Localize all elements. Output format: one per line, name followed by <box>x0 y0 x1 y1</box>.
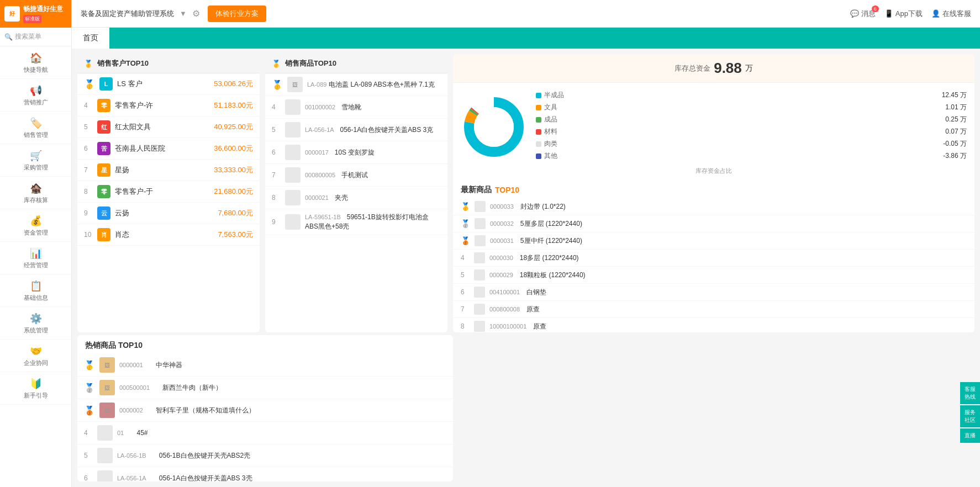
gear-icon[interactable]: ⚙ <box>192 8 200 19</box>
operations-icon: 📊 <box>30 247 42 260</box>
product-item: 6 LA-056-1A 056-1A白色按键开关盖ABS 3壳 <box>77 467 453 481</box>
logo-text: 畅捷通好生意 标准版 <box>23 4 63 23</box>
float-buttons: 客服 热线 服务 社区 直播 <box>960 382 980 443</box>
bottom-row: 热销商品 TOP10 🥇 🖼 0000001 中华神器 🥈 🖼 000 <box>72 332 980 487</box>
logo-icon: 好 <box>4 6 20 22</box>
avatar: 红 <box>97 120 110 134</box>
new-product-item: 7 000800008 原查 <box>453 301 974 318</box>
messages-button[interactable]: 💬 消息 6 <box>850 9 876 19</box>
top-products-sold-panel: 🥇 销售商品TOP10 🥇 🖼 LA-089 电池盖 LA-089 ABS本色+… <box>265 54 447 332</box>
right-panel: 库存总资金 9.88 万 <box>453 54 974 332</box>
product-item: 8 0000021 夹壳 <box>265 187 447 209</box>
sidebar-item-purchase[interactable]: 🛒 采购管理 <box>0 144 71 177</box>
product-thumb <box>97 425 113 441</box>
guide-icon: 🔰 <box>30 378 42 390</box>
message-icon: 💬 <box>850 9 859 18</box>
legend-color <box>536 105 541 110</box>
sidebar-item-system[interactable]: ⚙️ 系统管理 <box>0 307 71 340</box>
list-item: 5 红 红太阳文具 40,925.00元 <box>77 117 260 138</box>
sidebar-item-guide[interactable]: 🔰 新手引导 <box>0 372 71 405</box>
legend-item: 肉类 -0.05 万 <box>536 139 967 149</box>
main-area: 装备及固定资产辅助管理系统 ▼ ⚙ 体验行业方案 💬 消息 6 📱 App下载 … <box>72 0 980 487</box>
marketing-icon: 📢 <box>30 84 42 97</box>
product-thumb <box>474 252 485 263</box>
product-thumb: 🖼 <box>287 77 303 92</box>
top-products-sold-list: 🥇 🖼 LA-089 电池盖 LA-089 ABS本色+黑种 7.1克 4 00… <box>265 73 447 332</box>
image-placeholder-icon: 🖼 <box>292 82 298 88</box>
home-icon: 🏠 <box>30 52 42 64</box>
top-customers-list: 🥇 L LS 客户 53,006.26元 4 零 零售客户-许 51,183.0… <box>77 73 260 332</box>
top-row: 🥇 销售客户TOP10 🥇 L LS 客户 53,006.26元 4 零 零售客… <box>72 49 980 332</box>
sidebar-item-operations[interactable]: 📊 经营管理 <box>0 242 71 274</box>
sidebar-item-inventory[interactable]: 🏚️ 库存核算 <box>0 177 71 209</box>
top-products-sold-header: 🥇 销售商品TOP10 <box>265 54 447 73</box>
search-icon: 🔍 <box>4 33 13 41</box>
live-broadcast-button[interactable]: 直播 <box>960 428 980 443</box>
avatar: L <box>99 77 113 91</box>
product-thumb <box>97 448 113 463</box>
legend-item: 成品 0.25 万 <box>536 115 967 124</box>
sidebar-logo: 好 畅捷通好生意 标准版 <box>0 0 71 28</box>
avatar: 肖 <box>97 228 110 241</box>
product-info: 001000002 雪地靴 <box>305 103 441 112</box>
customer-service-button[interactable]: 客服 热线 <box>960 382 980 404</box>
silver-medal-icon: 🥈 <box>84 383 95 393</box>
full-layout: 🥇 销售客户TOP10 🥇 L LS 客户 53,006.26元 4 零 零售客… <box>72 49 980 487</box>
system-name: 装备及固定资产辅助管理系统 <box>81 9 174 19</box>
newest-products-list: 🥇 0000033 封边带 (1.0*22) 🥈 0000032 5厘多层 (1… <box>453 198 974 332</box>
product-thumb <box>474 321 485 332</box>
sidebar-item-marketing[interactable]: 📢 营销推广 <box>0 79 71 112</box>
purchase-icon: 🛒 <box>30 150 42 162</box>
product-thumb <box>285 167 301 183</box>
list-item: 9 云 云扬 7,680.00元 <box>77 203 260 224</box>
legend-color <box>536 93 541 98</box>
product-info: LA-056-1A 056-1A白色按键开关盖ABS 3克 <box>305 125 441 135</box>
avatar: 苦 <box>97 142 110 155</box>
product-thumb <box>285 99 301 115</box>
image-icon: 🖼 <box>104 385 110 391</box>
product-item: 4 001000002 雪地靴 <box>265 96 447 119</box>
legend-color <box>536 117 541 123</box>
sidebar-item-basic-info[interactable]: 📋 基础信息 <box>0 274 71 307</box>
sidebar-item-sales[interactable]: 🏷️ 销售管理 <box>0 112 71 144</box>
service-community-button[interactable]: 服务 社区 <box>960 405 980 427</box>
product-thumb <box>475 201 486 212</box>
image-icon: 🖼 <box>104 407 110 414</box>
hot-products-list: 🥇 🖼 0000001 中华神器 🥈 🖼 000500001 新西兰牛肉（新牛） <box>77 354 453 481</box>
product-thumb <box>97 470 113 481</box>
product-item: 7 000800005 手机测试 <box>265 164 447 187</box>
product-thumb <box>475 235 486 246</box>
donut-chart <box>461 94 527 160</box>
trial-button[interactable]: 体验行业方案 <box>208 6 266 22</box>
service-icon: 👤 <box>931 9 940 18</box>
list-item: 8 零 零售客户-于 21,680.00元 <box>77 181 260 203</box>
sidebar-item-corp[interactable]: 🤝 企业协同 <box>0 340 71 372</box>
inventory-total-value: 9.88 <box>714 60 742 77</box>
app-download-button[interactable]: 📱 App下载 <box>884 9 923 19</box>
medal-icon: 🥇 <box>84 60 93 68</box>
sidebar-search[interactable]: 🔍 搜索菜单 <box>0 28 71 46</box>
new-product-item: 5 0000029 18颗粒板 (1220*2440) <box>453 267 974 284</box>
product-thumb <box>474 304 485 315</box>
product-info: 0000021 夹壳 <box>305 193 441 203</box>
legend-item: 半成品 12.45 万 <box>536 91 967 100</box>
sidebar-item-finance[interactable]: 💰 资金管理 <box>0 209 71 242</box>
product-thumb <box>285 145 301 160</box>
bronze-medal-icon: 🥉 <box>461 236 470 245</box>
product-item: 5 LA-056-1A 056-1A白色按键开关盖ABS 3克 <box>265 119 447 141</box>
product-info: 0000017 10S 变刻罗旋 <box>305 148 441 157</box>
chart-legend: 半成品 12.45 万 文具 1.01 万 成品 0.25 万 <box>536 91 967 163</box>
gold-medal-icon: 🥇 <box>84 360 95 370</box>
dropdown-arrow-icon[interactable]: ▼ <box>180 9 187 18</box>
new-product-item: 6 004100001 白钢垫 <box>453 284 974 301</box>
legend-item: 文具 1.01 万 <box>536 103 967 112</box>
product-thumb <box>475 218 486 229</box>
new-product-item: 🥉 0000031 5厘中纤 (1220*2440) <box>453 232 974 250</box>
new-product-item: 🥈 0000032 5厘多层 (1220*2440) <box>453 215 974 232</box>
tab-home[interactable]: 首页 <box>72 28 109 49</box>
online-service-button[interactable]: 👤 在线客服 <box>931 9 971 19</box>
image-icon: 🖼 <box>104 362 110 368</box>
hot-products-title: 热销商品 TOP10 <box>77 335 453 354</box>
product-item: 🥈 🖼 000500001 新西兰牛肉（新牛） <box>77 377 453 399</box>
sidebar-item-quick-nav[interactable]: 🏠 快捷导航 <box>0 46 71 79</box>
